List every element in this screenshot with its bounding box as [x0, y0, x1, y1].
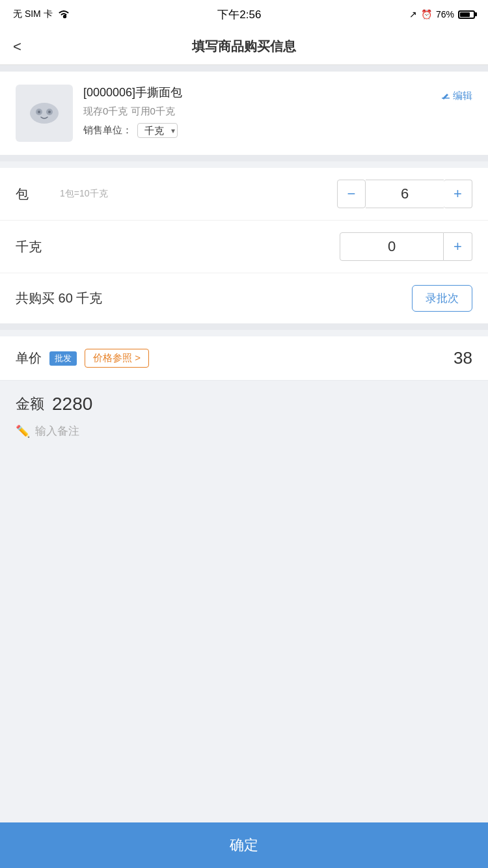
- status-left: 无 SIM 卡: [13, 8, 70, 20]
- kg-input-box: +: [55, 232, 472, 261]
- unit-select[interactable]: 千克 包: [137, 123, 178, 138]
- mid-divider2: [0, 323, 488, 330]
- product-card: [0000006]手撕面包 现存0千克 可用0千克 销售单位： 千克 包 编辑: [0, 72, 488, 155]
- summary-row: 共购买 60 千克 录批次: [0, 273, 488, 323]
- unit-label: 销售单位：: [83, 124, 132, 137]
- svg-point-4: [48, 111, 51, 113]
- price-tag: 批发: [49, 351, 77, 366]
- price-ref-button[interactable]: 价格参照 >: [85, 349, 149, 368]
- status-right: ↗ ⏰ 76%: [409, 9, 475, 20]
- batch-button[interactable]: 录批次: [412, 285, 472, 312]
- bag-stepper: − +: [337, 180, 472, 208]
- kg-input-row: 千克 +: [0, 221, 488, 273]
- product-unit-row: 销售单位： 千克 包: [83, 123, 472, 138]
- bag-label: 包: [16, 185, 55, 203]
- note-placeholder: 输入备注: [35, 424, 79, 439]
- page-filler: [0, 452, 488, 621]
- product-name: [0000006]手撕面包: [83, 85, 472, 100]
- bag-quantity-input[interactable]: [366, 180, 444, 208]
- edit-note-icon: ✏️: [16, 424, 30, 439]
- page-title: 填写商品购买信息: [192, 38, 296, 55]
- kg-plus-button[interactable]: +: [444, 232, 472, 261]
- unit-select-wrap[interactable]: 千克 包: [137, 123, 178, 138]
- price-ref-label: 价格参照 >: [93, 352, 141, 364]
- confirm-button[interactable]: 确定: [0, 822, 488, 868]
- status-time: 下午2:56: [217, 7, 261, 22]
- product-image: [16, 85, 73, 142]
- bag-sub: 1包=10千克: [60, 188, 337, 200]
- battery-icon: [458, 10, 475, 19]
- back-button[interactable]: <: [13, 38, 21, 55]
- amount-row: 金额 2280: [16, 394, 472, 414]
- amount-section: 金额 2280 ✏️ 输入备注: [0, 381, 488, 439]
- product-info: [0000006]手撕面包 现存0千克 可用0千克 销售单位： 千克 包: [83, 85, 472, 138]
- bag-plus-button[interactable]: +: [444, 180, 472, 208]
- kg-label: 千克: [16, 238, 55, 256]
- svg-point-0: [30, 103, 59, 124]
- bag-input-row: 包 1包=10千克 − +: [0, 168, 488, 221]
- edit-label: 编辑: [453, 90, 472, 102]
- wifi-icon: [58, 9, 70, 20]
- battery-percent: 76%: [436, 9, 454, 20]
- status-bar: 无 SIM 卡 下午2:56 ↗ ⏰ 76%: [0, 0, 488, 29]
- carrier-text: 无 SIM 卡: [13, 8, 53, 20]
- top-divider: [0, 65, 488, 72]
- alarm-icon: ⏰: [421, 9, 432, 20]
- amount-value: 2280: [52, 394, 92, 414]
- mid-divider1: [0, 155, 488, 161]
- nav-bar: < 填写商品购买信息: [0, 29, 488, 65]
- price-label: 单价: [16, 349, 42, 367]
- summary-text: 共购买 60 千克: [16, 290, 102, 307]
- input-section: 包 1包=10千克 − + 千克 +: [0, 168, 488, 273]
- svg-point-3: [38, 111, 40, 113]
- amount-label: 金额: [16, 394, 44, 414]
- note-row[interactable]: ✏️ 输入备注: [16, 424, 472, 439]
- bag-minus-button[interactable]: −: [337, 180, 366, 208]
- location-icon: ↗: [409, 9, 417, 20]
- edit-button[interactable]: 编辑: [441, 90, 472, 102]
- price-section: 单价 批发 价格参照 > 38: [0, 336, 488, 380]
- product-stock: 现存0千克 可用0千克: [83, 105, 472, 118]
- kg-quantity-input[interactable]: [340, 232, 444, 261]
- price-value: 38: [454, 348, 472, 368]
